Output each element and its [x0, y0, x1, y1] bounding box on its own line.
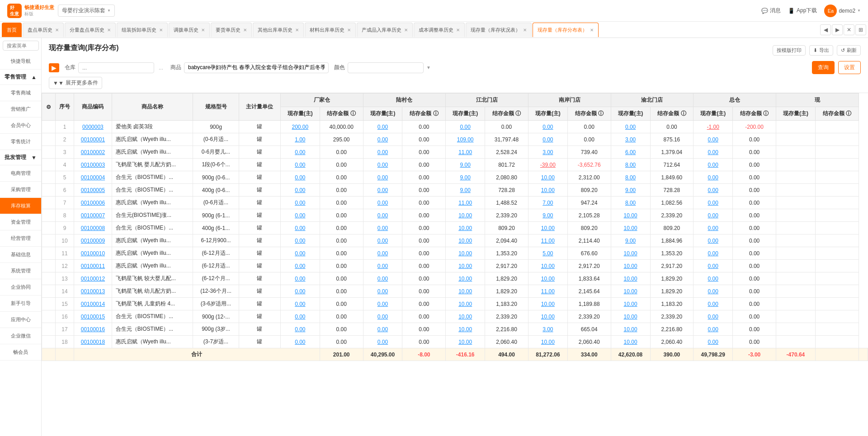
sidebar-item-ecommerce[interactable]: 电商管理 — [0, 165, 41, 182]
table-cell[interactable]: 10.00 — [528, 336, 567, 348]
table-cell[interactable]: 10.00 — [528, 184, 567, 197]
table-cell[interactable]: 0.00 — [280, 159, 320, 171]
table-cell[interactable]: 10.00 — [446, 222, 485, 234]
table-cell[interactable]: 00100013 — [74, 285, 112, 298]
table-cell[interactable]: 00100015 — [74, 310, 112, 323]
close-icon[interactable]: ✕ — [523, 28, 527, 33]
table-cell[interactable]: 0.00 — [363, 285, 402, 298]
print-btn[interactable]: 按模版打印 — [773, 45, 806, 56]
sidebar-item-retail-stats[interactable]: 零售统计 — [0, 134, 41, 150]
collapse-filter-btn[interactable]: ▶ — [49, 63, 59, 72]
sidebar-item-finance[interactable]: 资金管理 — [0, 214, 41, 230]
table-cell[interactable]: 10.00 — [446, 247, 485, 260]
table-cell[interactable]: 0.00 — [280, 247, 320, 260]
table-cell[interactable]: 3.00 — [528, 146, 567, 159]
close-icon[interactable]: ✕ — [456, 28, 460, 33]
table-cell[interactable]: 00100009 — [74, 234, 112, 247]
table-cell[interactable]: 10.00 — [528, 272, 567, 285]
sidebar-item-basic[interactable]: 基础信息 — [0, 247, 41, 263]
table-cell[interactable]: 0.00 — [280, 272, 320, 285]
table-cell[interactable]: 0.00 — [693, 247, 733, 260]
table-cell[interactable]: 0.00 — [693, 310, 733, 323]
table-cell[interactable]: 8.00 — [611, 197, 650, 209]
color-input[interactable] — [348, 62, 424, 73]
table-cell[interactable]: 00100001 — [74, 133, 112, 146]
tab-requisition[interactable]: 要货单历史 ✕ — [211, 23, 252, 37]
table-cell[interactable]: 3.00 — [528, 323, 567, 336]
tab-close-btn[interactable]: ✕ — [844, 24, 854, 35]
table-cell[interactable]: 0.00 — [363, 171, 402, 184]
table-cell[interactable]: 0.00 — [280, 171, 320, 184]
table-cell[interactable]: 0.00 — [363, 159, 402, 171]
tab-product-in[interactable]: 产成品入库单历史 ✕ — [357, 23, 413, 37]
sidebar-item-retail-shop[interactable]: 零售商城 — [0, 85, 41, 101]
close-icon[interactable]: ✕ — [347, 28, 351, 33]
table-cell[interactable]: 0.00 — [280, 209, 320, 222]
close-icon[interactable]: ✕ — [295, 28, 299, 33]
table-cell[interactable]: 3.00 — [611, 133, 650, 146]
sidebar-item-inventory[interactable]: 库存核算 — [0, 198, 41, 214]
close-icon[interactable]: ✕ — [107, 28, 111, 33]
product-input[interactable] — [184, 62, 329, 73]
tab-expand-btn[interactable]: ⊞ — [855, 24, 866, 35]
table-cell[interactable]: 0000003 — [74, 121, 112, 133]
sidebar-item-member[interactable]: 会员中心 — [0, 117, 41, 134]
close-icon[interactable]: ✕ — [590, 28, 594, 33]
table-cell[interactable]: 0.00 — [363, 260, 402, 272]
user-profile[interactable]: Ea demo2 ▼ — [824, 5, 861, 17]
table-cell[interactable]: 9.00 — [446, 184, 485, 197]
tab-next-btn[interactable]: ▶ — [832, 24, 843, 35]
close-icon[interactable]: ✕ — [201, 28, 205, 33]
table-cell[interactable]: 0.00 — [363, 234, 402, 247]
table-cell[interactable]: 0.00 — [693, 222, 733, 234]
table-cell[interactable]: 00100002 — [74, 146, 112, 159]
warehouse-input[interactable] — [78, 62, 154, 73]
tab-transfer[interactable]: 调拨单历史 ✕ — [169, 23, 210, 37]
table-cell[interactable]: 0.00 — [693, 209, 733, 222]
table-cell[interactable]: 00100014 — [74, 298, 112, 310]
table-cell[interactable]: 0.00 — [363, 272, 402, 285]
table-cell[interactable]: 0.00 — [446, 121, 485, 133]
table-cell[interactable]: 10.00 — [528, 222, 567, 234]
table-cell[interactable]: 10.00 — [611, 285, 650, 298]
sidebar-item-marketing[interactable]: 营销推广 — [0, 101, 41, 117]
sidebar-item-wholesale[interactable]: 批发管理 ▼ — [0, 150, 41, 165]
table-cell[interactable]: 10.00 — [611, 272, 650, 285]
table-cell[interactable]: 0.00 — [280, 146, 320, 159]
table-cell[interactable]: 00100006 — [74, 197, 112, 209]
table-cell[interactable]: 0.00 — [363, 197, 402, 209]
table-cell[interactable]: 10.00 — [528, 260, 567, 272]
table-cell[interactable]: 109.00 — [446, 133, 485, 146]
table-cell[interactable]: 0.00 — [280, 260, 320, 272]
sidebar-item-enterprise[interactable]: 企业协同 — [0, 279, 41, 295]
table-cell[interactable]: 10.00 — [446, 323, 485, 336]
table-cell[interactable]: -39.00 — [528, 159, 567, 171]
table-cell[interactable]: 6.00 — [611, 146, 650, 159]
table-cell[interactable]: 0.00 — [363, 133, 402, 146]
table-cell[interactable]: 0.00 — [363, 323, 402, 336]
table-cell[interactable]: 00100007 — [74, 209, 112, 222]
table-cell[interactable]: 00100010 — [74, 247, 112, 260]
table-cell[interactable]: 10.00 — [611, 298, 650, 310]
table-cell[interactable]: 10.00 — [446, 285, 485, 298]
table-cell[interactable]: 0.00 — [280, 197, 320, 209]
table-cell[interactable]: 0.00 — [693, 272, 733, 285]
table-cell[interactable]: 11.00 — [446, 146, 485, 159]
table-cell[interactable]: 10.00 — [446, 310, 485, 323]
table-cell[interactable]: 0.00 — [528, 121, 567, 133]
tab-cost-adjust[interactable]: 成本调整单历史 ✕ — [414, 23, 465, 37]
table-cell[interactable]: 9.00 — [446, 171, 485, 184]
table-cell[interactable]: 7.00 — [528, 197, 567, 209]
table-cell[interactable]: 0.00 — [363, 336, 402, 348]
table-cell[interactable]: 0.00 — [611, 121, 650, 133]
close-icon[interactable]: ✕ — [55, 28, 59, 33]
table-cell[interactable]: 0.00 — [280, 285, 320, 298]
table-cell[interactable]: 11.00 — [446, 197, 485, 209]
sidebar-item-system[interactable]: 系统管理 — [0, 263, 41, 279]
table-cell[interactable]: -1.00 — [693, 121, 733, 133]
table-cell[interactable]: 0.00 — [363, 222, 402, 234]
table-cell[interactable]: 0.00 — [280, 323, 320, 336]
tab-home[interactable]: 首页 — [2, 23, 22, 37]
sidebar-item-members[interactable]: 畅会员 — [0, 344, 41, 361]
table-cell[interactable]: 8.00 — [611, 171, 650, 184]
